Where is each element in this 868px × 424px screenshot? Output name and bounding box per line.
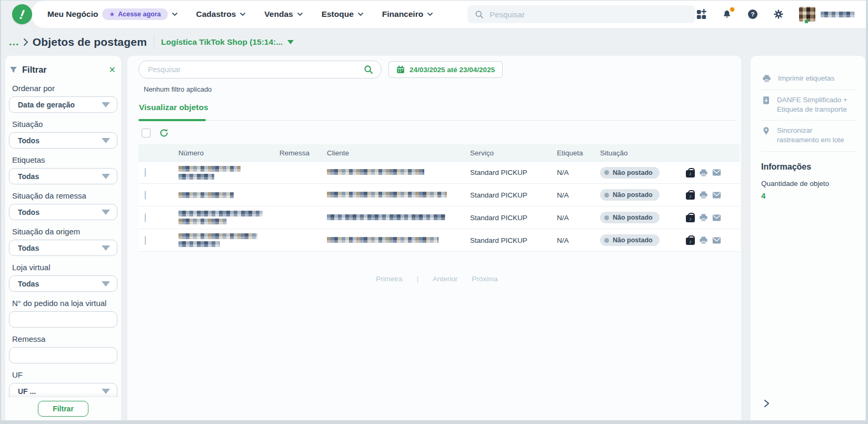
- chevron-down-icon: [358, 13, 363, 16]
- pedido-loja-virtual-input[interactable]: [18, 315, 110, 324]
- status-dot-icon: [604, 238, 609, 243]
- notifications-bell-icon[interactable]: [721, 8, 733, 20]
- info-section-title: Informações: [761, 162, 857, 172]
- select-value: Todos: [18, 208, 39, 216]
- field-label: Remessa: [12, 334, 114, 343]
- sort-by-select[interactable]: Data de geração: [9, 96, 117, 113]
- row-actions: ♪: [686, 168, 740, 178]
- servico-cell: Standard PICKUP: [470, 236, 557, 244]
- menu-label: Vendas: [264, 9, 293, 19]
- status-badge: Não postado: [600, 212, 660, 223]
- select-all-checkbox[interactable]: [142, 129, 151, 137]
- servico-cell: Standard PICKUP: [470, 191, 557, 199]
- search-icon: [475, 10, 484, 19]
- close-icon[interactable]: ✕: [109, 65, 116, 75]
- help-icon[interactable]: ?: [747, 8, 759, 20]
- etiquetas-select[interactable]: Todas: [9, 168, 117, 184]
- global-search-input[interactable]: [490, 10, 688, 19]
- numero-redacted: [178, 166, 280, 180]
- field-label: Situação: [12, 120, 114, 129]
- menu-label: Estoque: [322, 9, 354, 19]
- logistics-context-dropdown[interactable]: Logística TikTok Shop (15:14:...: [161, 37, 294, 47]
- email-icon[interactable]: [712, 191, 721, 199]
- menu-vendas[interactable]: Vendas: [264, 9, 302, 19]
- tab-visualizar-objetos[interactable]: Visualizar objetos: [138, 103, 208, 112]
- filtrar-button[interactable]: Filtrar: [38, 401, 88, 417]
- document-download-icon: [762, 96, 770, 105]
- select-value: Todas: [18, 244, 39, 252]
- select-value: Todas: [18, 280, 39, 288]
- menu-estoque[interactable]: Estoque: [322, 9, 363, 19]
- acesse-agora-badge[interactable]: ★ Acesse agora: [102, 8, 167, 20]
- situacao-remessa-select[interactable]: Todos: [9, 204, 117, 220]
- menu-cadastros[interactable]: Cadastros: [196, 9, 246, 19]
- main-menu: Meu Negócio ★ Acesse agora Cadastros Ven…: [47, 8, 433, 20]
- filter-footer: Filtrar: [5, 397, 121, 420]
- email-icon[interactable]: [712, 169, 721, 176]
- sincronizar-rastreamento-action[interactable]: Sincronizar rastreamento em lote: [761, 121, 857, 151]
- column-header: Remessa: [280, 149, 327, 157]
- danfe-etiqueta-action[interactable]: DANFE Simplificado + Etiqueta de transpo…: [761, 90, 857, 121]
- loja-virtual-select[interactable]: Todas: [9, 275, 117, 292]
- status-dot-icon: [604, 170, 609, 175]
- bling-logo[interactable]: !: [11, 3, 34, 26]
- numero-redacted: [178, 211, 280, 224]
- row-checkbox[interactable]: [145, 191, 146, 200]
- email-icon[interactable]: [712, 214, 721, 222]
- tiktok-shop-icon[interactable]: ♪: [686, 238, 695, 245]
- pagination-next[interactable]: Próxima: [472, 275, 498, 283]
- bulk-actions-row: [142, 129, 733, 137]
- pagination-separator: |: [416, 275, 418, 283]
- imprimir-etiquetas-action[interactable]: Imprimir etiquetas: [761, 68, 857, 90]
- chevron-right-icon: [23, 38, 28, 46]
- status-badge: Não postado: [600, 167, 660, 179]
- pagination-first[interactable]: Primeira: [376, 275, 402, 283]
- remessa-input[interactable]: [18, 351, 110, 360]
- chevron-down-icon: [240, 13, 245, 16]
- situacao-origem-select[interactable]: Todas: [9, 240, 117, 256]
- situacao-select[interactable]: Todos: [9, 132, 117, 149]
- status-dot-icon: [604, 193, 609, 198]
- pedido-loja-virtual-field: [9, 311, 117, 328]
- date-range-button[interactable]: 24/03/2025 até 23/04/2025: [388, 61, 503, 78]
- calendar-icon: [396, 65, 405, 74]
- menu-financeiro[interactable]: Financeiro: [382, 9, 433, 19]
- collapse-panel-chevron[interactable]: [763, 399, 770, 410]
- table-header: Número Remessa Cliente Serviço Etiqueta …: [138, 144, 740, 161]
- row-checkbox[interactable]: [145, 213, 146, 222]
- field-label: N° do pedido na loja virtual: [12, 299, 114, 308]
- table-row: Standard PICKUP N/A Não postado ♪: [138, 184, 740, 206]
- print-icon[interactable]: [699, 236, 708, 244]
- objects-search-input[interactable]: [148, 65, 364, 74]
- tiktok-shop-icon[interactable]: ♪: [686, 215, 695, 222]
- tiktok-shop-icon[interactable]: ♪: [686, 170, 695, 178]
- menu-meu-negocio[interactable]: Meu Negócio ★ Acesse agora: [47, 8, 177, 20]
- search-icon[interactable]: [364, 65, 373, 74]
- numero-redacted: [178, 192, 280, 198]
- print-icon[interactable]: [699, 213, 708, 222]
- objects-search: [138, 61, 382, 78]
- object-quantity-value: 4: [761, 191, 857, 200]
- breadcrumb-ellipsis[interactable]: ...: [9, 36, 19, 48]
- tiktok-shop-icon[interactable]: ♪: [686, 192, 695, 200]
- servico-cell: Standard PICKUP: [470, 169, 557, 176]
- refresh-icon[interactable]: [159, 129, 168, 137]
- row-checkbox[interactable]: [145, 236, 146, 245]
- pagination-previous[interactable]: Anterior: [433, 275, 457, 283]
- settings-gear-icon[interactable]: [773, 8, 784, 20]
- online-status-dot: [805, 20, 808, 23]
- print-icon[interactable]: [699, 191, 708, 199]
- row-actions: ♪: [686, 235, 740, 245]
- cliente-redacted: [327, 214, 470, 222]
- cliente-redacted: [327, 191, 470, 199]
- print-icon[interactable]: [699, 169, 708, 177]
- column-header: Cliente: [327, 149, 470, 157]
- dropdown-arrow-icon: [102, 102, 110, 107]
- apps-grid-icon[interactable]: [695, 8, 707, 20]
- row-checkbox[interactable]: [145, 168, 146, 177]
- column-header: Situação: [600, 149, 686, 157]
- email-icon[interactable]: [712, 236, 721, 244]
- dropdown-arrow-icon: [102, 281, 110, 287]
- user-profile-menu[interactable]: [799, 7, 854, 22]
- remessa-field: [9, 347, 117, 363]
